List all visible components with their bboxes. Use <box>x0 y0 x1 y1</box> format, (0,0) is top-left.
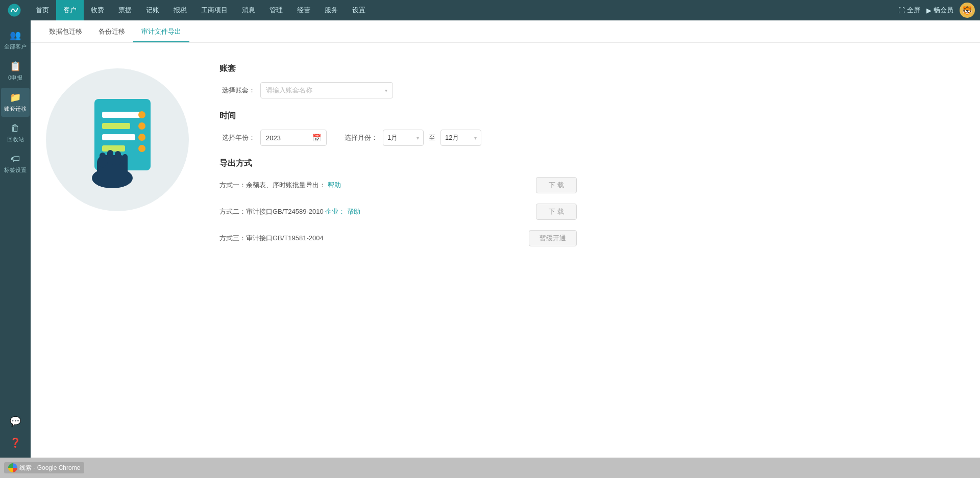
month-label: 选择月份： <box>342 133 378 142</box>
year-label: 选择年份： <box>219 133 255 142</box>
taskbar-chrome[interactable]: 线索 - Google Chrome <box>4 462 84 473</box>
play-icon: ▶ <box>926 7 932 14</box>
content-area: 数据包迁移 备份迁移 审计文件导出 <box>31 20 980 458</box>
svg-point-7 <box>138 122 145 130</box>
svg-rect-15 <box>122 154 128 165</box>
taskbar: 线索 - Google Chrome <box>0 458 980 478</box>
nav-home[interactable]: 首页 <box>29 0 56 20</box>
account-select[interactable]: 请输入账套名称 ▾ <box>260 82 393 98</box>
sidebar-item-zero-declare[interactable]: 📋 0申报 <box>1 57 30 86</box>
account-select-arrow-icon: ▾ <box>385 88 387 93</box>
nav-clients[interactable]: 客户 <box>56 0 84 20</box>
illustration-area <box>46 58 189 442</box>
year-value: 2023 <box>266 134 281 142</box>
audit-illustration <box>66 84 168 196</box>
illustration-circle <box>46 68 189 211</box>
member-label: 畅会员 <box>934 6 953 15</box>
month-start-value: 1月 <box>387 133 398 142</box>
sidebar: 👥 全部客户 📋 0申报 📁 账套迁移 🗑 回收站 🏷 标签设置 💬 ❓ <box>0 20 31 458</box>
nav-manage[interactable]: 管理 <box>262 0 290 20</box>
tab-backup-migration[interactable]: 备份迁移 <box>90 22 133 42</box>
nav-business[interactable]: 工商项目 <box>194 0 235 20</box>
month-end-arrow-icon: ▾ <box>474 135 477 141</box>
svg-point-8 <box>138 134 145 141</box>
tab-data-migration[interactable]: 数据包迁移 <box>41 22 90 42</box>
method2-label-text: 方式二：审计接口GB/T24589-2010 <box>219 208 324 215</box>
fullscreen-icon: ⛶ <box>898 7 905 14</box>
sidebar-bottom: 💬 ❓ <box>1 412 30 458</box>
year-input[interactable]: 2023 📅 <box>260 130 327 146</box>
top-navigation: 首页 客户 收费 票据 记账 报税 工商项目 消息 管理 经营 服务 设置 ⛶ … <box>0 0 980 20</box>
nav-message[interactable]: 消息 <box>235 0 262 20</box>
help-icon: ❓ <box>10 437 21 448</box>
method2-label: 方式二：审计接口GB/T24589-2010 企业： 帮助 <box>219 207 531 216</box>
sidebar-item-account-migrate-label: 账套迁移 <box>4 105 27 113</box>
all-clients-icon: 👥 <box>10 30 21 41</box>
svg-point-9 <box>138 145 145 152</box>
calendar-icon: 📅 <box>312 134 321 142</box>
month-start-select[interactable]: 1月 ▾ <box>383 130 424 146</box>
sidebar-item-all-clients-label: 全部客户 <box>4 43 27 51</box>
account-select-row: 选择账套： 请输入账套名称 ▾ <box>219 82 577 98</box>
account-label: 选择账套： <box>219 86 255 95</box>
method2-company-link[interactable]: 企业： <box>325 208 345 215</box>
sidebar-item-tag-settings[interactable]: 🏷 标签设置 <box>1 149 30 178</box>
tab-bar: 数据包迁移 备份迁移 审计文件导出 <box>31 20 980 43</box>
nav-service[interactable]: 服务 <box>317 0 345 20</box>
tag-icon: 🏷 <box>11 154 20 164</box>
export-section-title: 导出方式 <box>219 158 577 169</box>
method1-label: 方式一：余额表、序时账批量导出： 帮助 <box>219 181 531 190</box>
account-placeholder: 请输入账套名称 <box>266 86 312 95</box>
to-text: 至 <box>429 133 435 142</box>
method1-download-btn[interactable]: 下 载 <box>536 177 577 193</box>
main-layout: 👥 全部客户 📋 0申报 📁 账套迁移 🗑 回收站 🏷 标签设置 💬 ❓ <box>0 20 980 458</box>
sidebar-item-recycle-label: 回收站 <box>7 136 24 143</box>
app-logo <box>5 1 23 19</box>
nav-bookkeeping[interactable]: 记账 <box>139 0 166 20</box>
svg-rect-13 <box>107 150 113 165</box>
nav-invoice[interactable]: 票据 <box>111 0 139 20</box>
method3-label: 方式三：审计接口GB/T19581-2004 <box>219 234 524 243</box>
account-section-title: 账套 <box>219 63 577 74</box>
svg-rect-14 <box>115 151 121 165</box>
method2-download-btn[interactable]: 下 载 <box>536 204 577 220</box>
account-migrate-icon: 📁 <box>10 92 21 103</box>
sidebar-chat-btn[interactable]: 💬 <box>1 412 30 431</box>
svg-rect-5 <box>102 145 125 152</box>
nav-right: ⛶ 全屏 ▶ 畅会员 🐯 <box>898 3 975 18</box>
month-end-select[interactable]: 12月 ▾ <box>440 130 481 146</box>
chrome-icon <box>8 463 17 472</box>
chat-icon: 💬 <box>10 416 21 427</box>
month-start-arrow-icon: ▾ <box>416 135 419 141</box>
tab-audit-export[interactable]: 审计文件导出 <box>133 22 189 42</box>
method1-row: 方式一：余额表、序时账批量导出： 帮助 下 载 <box>219 177 577 193</box>
svg-rect-3 <box>102 123 130 129</box>
form-area: 账套 选择账套： 请输入账套名称 ▾ 时间 选择年份： 2023 📅 <box>219 58 577 442</box>
method3-open-btn[interactable]: 暂缓开通 <box>529 230 577 246</box>
fullscreen-label: 全屏 <box>907 6 920 15</box>
page-content: 账套 选择账套： 请输入账套名称 ▾ 时间 选择年份： 2023 📅 <box>31 43 980 458</box>
nav-operation[interactable]: 经营 <box>290 0 317 20</box>
zero-declare-icon: 📋 <box>10 61 21 72</box>
method2-help-link[interactable]: 帮助 <box>347 208 360 215</box>
sidebar-item-zero-declare-label: 0申报 <box>8 74 22 82</box>
member-btn[interactable]: ▶ 畅会员 <box>926 6 953 15</box>
recycle-icon: 🗑 <box>11 123 20 134</box>
nav-tax[interactable]: 报税 <box>166 0 194 20</box>
sidebar-item-account-migrate[interactable]: 📁 账套迁移 <box>1 88 30 117</box>
user-avatar[interactable]: 🐯 <box>960 3 975 18</box>
method1-help-link[interactable]: 帮助 <box>328 181 341 189</box>
sidebar-item-recycle[interactable]: 🗑 回收站 <box>1 119 30 147</box>
time-section-title: 时间 <box>219 111 577 121</box>
method3-row: 方式三：审计接口GB/T19581-2004 暂缓开通 <box>219 230 577 246</box>
nav-items: 首页 客户 收费 票据 记账 报税 工商项目 消息 管理 经营 服务 设置 <box>29 0 898 20</box>
sidebar-item-all-clients[interactable]: 👥 全部客户 <box>1 26 30 55</box>
nav-settings[interactable]: 设置 <box>345 0 373 20</box>
fullscreen-btn[interactable]: ⛶ 全屏 <box>898 6 920 15</box>
method1-label-text: 方式一：余额表、序时账批量导出： <box>219 181 326 189</box>
svg-rect-4 <box>102 134 135 140</box>
method2-row: 方式二：审计接口GB/T24589-2010 企业： 帮助 下 载 <box>219 204 577 220</box>
nav-billing[interactable]: 收费 <box>84 0 111 20</box>
sidebar-help-btn[interactable]: ❓ <box>1 433 30 452</box>
taskbar-chrome-label: 线索 - Google Chrome <box>19 464 80 472</box>
